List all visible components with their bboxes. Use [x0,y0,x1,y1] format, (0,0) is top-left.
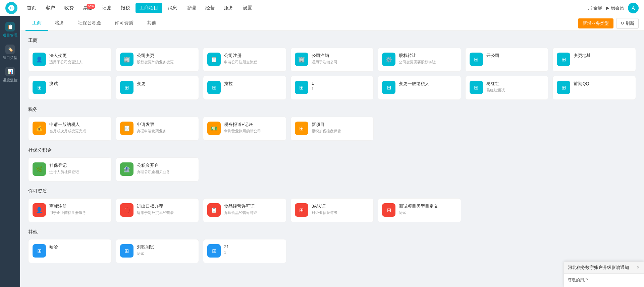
card-new-project[interactable]: ⊞ 新项目 报税加税控盘保管 [290,117,374,141]
card-open-company[interactable]: ⊞ 开公司 [465,48,549,72]
card-company-cancel[interactable]: 🏢 公司注销 适用于注销公司 [290,48,374,72]
nav-message[interactable]: 消息 [164,3,181,13]
card-change-address[interactable]: ⊞ 变更地址 [552,48,636,72]
main-layout: 📋 项目管理 🏷️ 项目类型 📊 进度监控 工商 税务 社保公积金 许可资质 其… [0,16,644,287]
card-company-change[interactable]: 🏢 公司变更 股权变更外的业务变更 [116,48,199,72]
card-name: 公司注销 [312,53,370,59]
other-cards: ⊞ 哈哈 ⊞ 刘聪测试 测试 ⊞ 21 [28,239,636,263]
nav-operation[interactable]: 经营 [201,3,219,13]
card-change-general-taxpayer[interactable]: ⊞ 变更一般纳税人 [378,76,461,100]
nav-bookkeeping[interactable]: 记账 [98,3,115,13]
card-import-export[interactable]: 🔴 进出口权办理 适用于对外贸易经营者 [116,198,199,222]
member-btn[interactable]: ▶ 畅会员 [606,5,624,11]
card-apply-general-taxpayer[interactable]: 💰 申请一般纳税人 当月或次月成变更完成 [28,117,112,141]
card-icon: ⚙️ [382,53,395,66]
card-desc: 公司变更需要股权转让 [399,60,457,65]
project-manage-icon: 📋 [5,22,15,31]
nav-home[interactable]: 首页 [23,3,40,13]
card-test-type[interactable]: ⊞ 测试项目类型目定义 测试 [378,198,461,222]
section-title-social: 社保公积金 [28,147,636,153]
tab-social[interactable]: 社保公积金 [71,16,108,31]
card-icon: 💰 [33,122,46,135]
card-3a-cert[interactable]: ⊞ 3A认证 对企业信誉评级 [290,198,374,222]
industry-cards-row2: ⊞ 测试 ⊞ 变更 ⊞ 拉拉 [28,76,636,100]
sidebar-item-project-type[interactable]: 🏷️ 项目类型 [0,41,20,64]
card-name: 社保登记 [49,162,107,168]
card-fund-account[interactable]: 🏦 公积金开户 办理公积金相关业务 [116,157,199,182]
notif-body: 尊敬的用户： [564,274,644,287]
card-21[interactable]: ⊞ 21 1 [203,239,286,263]
nav-right: ⛶ 全屏 ▶ 畅会员 A [588,3,639,13]
nav-service[interactable]: 服务 [220,3,237,13]
card-desc: 对企业信誉评级 [312,210,370,215]
card-icon: 🏦 [120,162,133,176]
card-liucong-test[interactable]: ⊞ 刘聪测试 测试 [116,239,199,263]
card-gehonghong[interactable]: ⊞ 葛红红 葛红红测试 [465,76,549,100]
card-name: 哈哈 [49,244,107,250]
card-name: 商标注册 [49,203,107,209]
card-trademark[interactable]: 👤 商标注册 用于企业商标注册服务 [28,198,112,222]
license-cards: 👤 商标注册 用于企业商标注册服务 🔴 进出口权办理 适用于对外贸易经营者 📋 [28,198,636,222]
nav-customer[interactable]: 客户 [42,3,59,13]
card-name: 前期QQ [574,81,632,87]
card-icon: ⊞ [207,81,221,94]
add-type-button[interactable]: 新增业务类型 [578,18,613,28]
card-change[interactable]: ⊞ 变更 [116,76,199,100]
card-test[interactable]: ⊞ 测试 [28,76,112,100]
card-equity-transfer[interactable]: ⚙️ 股权转让 公司变更需要股权转让 [378,48,461,72]
card-icon: 🌿 [33,162,46,176]
section-title-industry: 工商 [28,38,636,44]
sidebar-item-progress[interactable]: 📊 进度监控 [0,64,20,86]
card-apply-invoice[interactable]: 🧾 申请发票 办理申请发票业务 [116,117,199,141]
nav-tax[interactable]: 报税 [117,3,134,13]
nav-industry[interactable]: 工商项目 [136,3,162,13]
card-haha[interactable]: ⊞ 哈哈 [28,239,112,263]
card-icon: 📋 [207,203,221,217]
tab-other[interactable]: 其他 [140,16,163,31]
card-lala[interactable]: ⊞ 拉拉 [203,76,286,100]
notif-close-btn[interactable]: × [637,265,640,271]
nav-manage[interactable]: 管理 [182,3,200,13]
nav-ticket[interactable]: 票据 new [79,3,97,13]
card-name: 变更一般纳税人 [399,81,457,87]
card-name: 21 [224,244,282,249]
card-icon: ⊞ [33,81,46,94]
card-desc: 适用于公司变更法人 [49,60,107,65]
card-1[interactable]: ⊞ 1 1 [290,76,374,100]
card-social-register[interactable]: 🌿 社保登记 进行人员社保登记 [28,157,112,182]
refresh-button[interactable]: ↻ 刷新 [616,18,639,29]
sidebar-item-project-manage[interactable]: 📋 项目管理 [0,19,20,41]
tab-industry[interactable]: 工商 [25,16,48,31]
card-icon: ⊞ [470,53,483,66]
card-desc: 适用于对外贸易经营者 [137,210,195,215]
card-desc: 办理公积金相关业务 [137,169,195,174]
tab-bar: 工商 税务 社保公积金 许可资质 其他 新增业务类型 ↻ 刷新 [20,16,644,31]
card-icon: 💵 [207,122,221,135]
user-avatar[interactable]: A [628,3,639,13]
card-food-license[interactable]: 📋 食品经营许可证 办理食品经营许可证 [203,198,286,222]
card-qianqiqq[interactable]: ⊞ 前期QQ [552,76,636,100]
nav-items: 首页 客户 收费 票据 new 记账 报税 工商项目 消息 管理 经营 服务 设… [23,3,588,13]
card-icon: 📋 [207,53,221,66]
card-name: 拉拉 [224,81,282,87]
fullscreen-btn[interactable]: ⛶ 全屏 [588,5,602,11]
card-tax-bookkeeping[interactable]: 💵 税务报道+记账 拿到营业执照的新公司 [203,117,286,141]
notif-header: 河北税务数字账户升级影响通知 × [564,262,644,274]
nav-billing[interactable]: 收费 [60,3,78,13]
video-icon: ▶ [606,5,609,10]
card-desc: 办理食品经营许可证 [224,210,282,215]
card-desc: 办理申请发票业务 [137,129,195,134]
tab-license[interactable]: 许可资质 [108,16,140,31]
card-desc: 股权变更外的业务变更 [137,60,195,65]
tab-tax[interactable]: 税务 [48,16,71,31]
card-name: 公积金开户 [137,162,195,168]
nav-settings[interactable]: 设置 [239,3,256,13]
content-area: 工商 税务 社保公积金 许可资质 其他 新增业务类型 ↻ 刷新 工商 👤 [20,16,644,287]
card-icon: 🧾 [120,122,133,135]
refresh-icon: ↻ [621,21,624,26]
card-desc: 进行人员社保登记 [49,169,107,174]
card-icon: 🔴 [120,203,133,217]
card-icon: ⊞ [207,244,221,258]
card-legal-change[interactable]: 👤 法人变更 适用于公司变更法人 [28,48,112,72]
card-company-register[interactable]: 📋 公司注册 申请公司注册全流程 [203,48,286,72]
